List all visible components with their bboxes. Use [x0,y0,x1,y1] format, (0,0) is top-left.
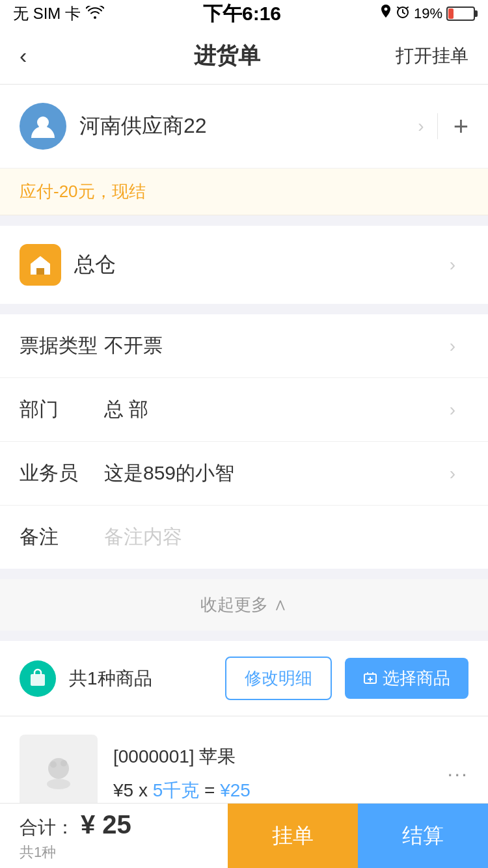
svg-rect-4 [31,674,45,686]
total-amount: ¥ 25 [81,810,131,839]
department-value: 总 部 [104,396,450,423]
carrier-text: 无 SIM 卡 [13,3,81,24]
department-chevron-icon: › [450,400,455,420]
location-icon [380,5,392,23]
status-bar: 无 SIM 卡 下午6:16 19% [0,0,488,27]
price-unit: ¥5 [113,780,133,800]
page-title: 进货单 [194,41,260,71]
add-supplier-button[interactable]: + [454,112,468,141]
salesman-row[interactable]: 业务员 这是859的小智 › [0,442,488,506]
product-name: [0000001] 苹果 [113,744,431,769]
warehouse-chevron-icon: › [450,254,455,275]
hang-button[interactable]: 挂单 [228,804,358,869]
wifi-icon [86,5,104,23]
warehouse-name: 总仓 [74,251,450,279]
edit-details-button[interactable]: 修改明细 [225,657,332,700]
invoice-chevron-icon: › [450,336,455,357]
product-title: 苹果 [199,746,236,766]
department-label: 部门 [20,396,104,423]
settle-button[interactable]: 结算 [358,804,488,869]
total-value: ¥25 [220,780,251,800]
nav-bar: ‹ 进货单 打开挂单 [0,27,488,85]
total-row: 合计： ¥ 25 [20,810,208,840]
supplier-name: 河南供应商22 [79,112,418,141]
open-hang-button[interactable]: 打开挂单 [396,44,468,68]
back-button[interactable]: ‹ [20,43,59,68]
supplier-section: 河南供应商22 › + 应付-20元，现结 [0,85,488,215]
product-more-button[interactable]: ··· [447,762,468,786]
salesman-label: 业务员 [20,460,104,487]
svg-point-9 [61,760,67,766]
invoice-row[interactable]: 票据类型 不开票 › [0,314,488,378]
supplier-row[interactable]: 河南供应商22 › + [0,85,488,169]
invoice-value: 不开票 [104,332,450,359]
remark-row[interactable]: 备注 备注内容 [0,506,488,569]
products-count: 共1种商品 [69,666,212,691]
battery-icon [446,7,475,21]
invoice-label: 票据类型 [20,332,104,359]
collapse-button[interactable]: 收起更多 ∧ [0,579,488,631]
department-row[interactable]: 部门 总 部 › [0,378,488,442]
total-label: 合计： [20,815,74,840]
form-section: 票据类型 不开票 › 部门 总 部 › 业务员 这是859的小智 › 备注 备注… [0,314,488,569]
svg-point-8 [50,761,57,768]
select-product-button[interactable]: 选择商品 [345,658,468,699]
status-left: 无 SIM 卡 [13,3,104,24]
supplier-avatar [20,103,66,150]
warehouse-row[interactable]: 总仓 › [0,226,488,304]
product-id: [0000001] [113,746,195,766]
product-info: [0000001] 苹果 ¥5 x 5千克 = ¥25 [113,744,431,803]
supplier-chevron-icon: › [418,116,424,137]
warehouse-icon [20,244,61,286]
svg-rect-3 [36,268,44,275]
warehouse-section: 总仓 › [0,226,488,304]
salesman-chevron-icon: › [450,463,455,484]
quantity-value: 5千克 [153,780,200,800]
status-time: 下午6:16 [203,1,281,27]
svg-point-7 [47,779,70,789]
footer-total: 合计： ¥ 25 共1种 [0,810,228,862]
divider [437,113,438,139]
select-product-label: 选择商品 [383,667,450,690]
notice-banner: 应付-20元，现结 [0,169,488,215]
remark-input[interactable]: 备注内容 [104,524,468,550]
product-thumbnail [20,735,98,813]
alarm-icon [396,5,410,23]
status-right: 19% [380,5,475,23]
battery-percent: 19% [414,5,442,22]
footer: 合计： ¥ 25 共1种 挂单 结算 [0,803,488,868]
remark-label: 备注 [20,524,104,550]
salesman-value: 这是859的小智 [104,460,450,487]
total-sub: 共1种 [20,843,208,862]
product-price: ¥5 x 5千克 = ¥25 [113,778,431,803]
products-header: 共1种商品 修改明细 选择商品 [0,641,488,716]
products-icon [20,660,56,697]
